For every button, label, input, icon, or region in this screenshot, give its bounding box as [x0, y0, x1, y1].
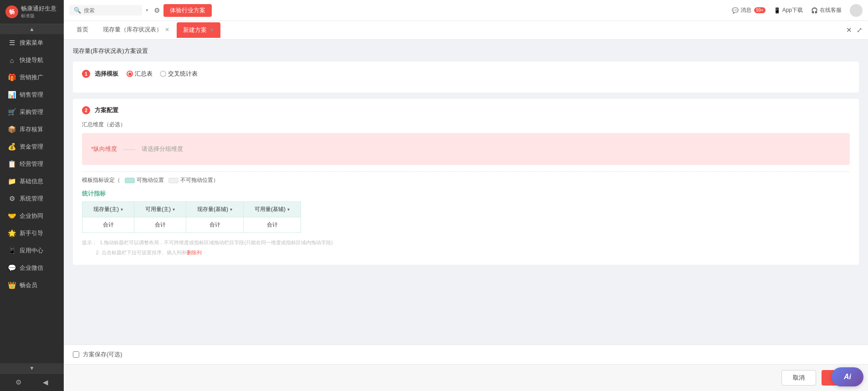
non-draggable-box — [168, 178, 179, 183]
divider — [82, 171, 850, 172]
toggle-sidebar-icon[interactable]: ◀ — [43, 378, 48, 386]
save-label: 方案保存(可选) — [83, 350, 123, 359]
sidebar-item-label: 采购管理 — [20, 108, 43, 116]
chevron-down-icon[interactable]: ▾ — [146, 7, 148, 13]
radio-cross[interactable]: 交叉统计表 — [160, 70, 198, 78]
inventory-icon: 📦 — [8, 125, 16, 134]
sidebar-item-wechat[interactable]: 💬 企业微信 — [0, 259, 64, 277]
sidebar-item-label: 营销推广 — [20, 73, 43, 82]
ai-label: Ai — [844, 373, 851, 381]
col-aux-stock-header[interactable]: 现存量(基辅) ▾ — [186, 202, 244, 217]
cell-main-stock-total: 合计 — [82, 217, 134, 233]
message-icon: 💬 — [732, 7, 739, 14]
message-btn[interactable]: 💬 消息 99+ — [732, 6, 766, 14]
content-wrapper: 现存量(库存状况表)方案设置 1 选择模板 汇总表 交叉统计表 — [64, 40, 868, 391]
step1-row: 1 选择模板 汇总表 交叉统计表 — [82, 70, 850, 78]
content: 现存量(库存状况表)方案设置 1 选择模板 汇总表 交叉统计表 — [64, 40, 868, 345]
dimension-select-area[interactable]: *纵向维度 —— 请选择分组维度 — [82, 133, 850, 165]
col-aux-avail-chevron[interactable]: ▾ — [287, 207, 290, 212]
expand-icon[interactable]: ⤢ — [857, 26, 863, 34]
tab-home[interactable]: 首页 — [69, 21, 96, 39]
sidebar-item-marketing[interactable]: 🎁 营销推广 — [0, 69, 64, 86]
operations-icon: 📋 — [8, 160, 16, 168]
sales-icon: 📊 — [8, 91, 16, 99]
sidebar-item-label: 资金管理 — [20, 143, 43, 151]
step1-label: 选择模板 — [95, 70, 118, 78]
member-icon: 👑 — [8, 281, 16, 289]
tab-new-scheme[interactable]: 新建方案 ✕ — [177, 22, 220, 38]
sidebar-item-label: 快捷导航 — [20, 56, 43, 64]
avatar[interactable] — [850, 4, 863, 17]
cell-aux-stock-total: 合计 — [186, 217, 244, 233]
sidebar-item-basic-info[interactable]: 📁 基础信息 — [0, 173, 64, 190]
sidebar-item-system[interactable]: ⚙ 系统管理 — [0, 190, 64, 207]
summary-dim-label: 汇总维度（必选） — [82, 121, 850, 129]
dim-separator: —— — [123, 146, 135, 153]
col-main-stock-header[interactable]: 现存量(主) ▾ — [82, 202, 134, 217]
tab-inventory-label: 现存量（库存状况表） — [103, 26, 162, 34]
sidebar-item-label: 库存核算 — [20, 125, 43, 134]
tabs-right-icons: ✕ ⤢ — [846, 26, 863, 34]
sidebar-scroll-down[interactable]: ▼ — [0, 363, 64, 373]
cancel-button[interactable]: 取消 — [781, 370, 816, 386]
sidebar-item-purchase[interactable]: 🛒 采购管理 — [0, 103, 64, 121]
col-main-avail-header[interactable]: 可用量(主) ▾ — [134, 202, 186, 217]
headset-icon: 🎧 — [811, 7, 818, 14]
customer-service-btn[interactable]: 🎧 在线客服 — [811, 6, 842, 14]
cell-main-avail-total: 合计 — [134, 217, 186, 233]
search-icon: 🔍 — [74, 7, 81, 14]
tab-new-scheme-label: 新建方案 — [183, 26, 207, 34]
sidebar: 畅 畅康通好生意 标准版 ▲ ☰ 搜索菜单 ⌂ 快捷导航 🎁 营销推广 📊 销售… — [0, 0, 64, 391]
download-icon: 📱 — [774, 7, 781, 14]
sidebar-item-app-center[interactable]: 📱 应用中心 — [0, 242, 64, 259]
sidebar-item-enterprise[interactable]: 🤝 企业协同 — [0, 207, 64, 225]
table-row: 合计 合计 合计 合计 — [82, 217, 301, 233]
basic-info-icon: 📁 — [8, 177, 16, 185]
sidebar-item-operations[interactable]: 📋 经营管理 — [0, 155, 64, 173]
marketing-icon: 🎁 — [8, 73, 16, 82]
sidebar-logo-icon: 畅 — [5, 5, 18, 18]
ai-bubble[interactable]: Ai — [832, 367, 863, 386]
bottom-bar: 取消 查询 — [64, 364, 868, 391]
gear-icon[interactable]: ⚙ — [154, 6, 160, 15]
tab-new-scheme-close-icon[interactable]: ✕ — [209, 27, 214, 33]
sidebar-item-finance[interactable]: 💰 资金管理 — [0, 138, 64, 155]
app-download-btn[interactable]: 📱 App下载 — [774, 6, 803, 14]
sidebar-logo: 畅 畅康通好生意 标准版 — [0, 0, 64, 24]
trial-btn[interactable]: 体验行业方案 — [163, 4, 212, 17]
tab-inventory-status[interactable]: 现存量（库存状况表） ✕ — [96, 21, 177, 39]
sidebar-item-quick-nav[interactable]: ⌂ 快捷导航 — [0, 51, 64, 69]
app-center-icon: 📱 — [8, 247, 16, 255]
stats-section-label: 统计指标 — [82, 190, 850, 198]
sidebar-item-member[interactable]: 👑 畅会员 — [0, 277, 64, 294]
sidebar-item-label: 系统管理 — [20, 195, 43, 203]
settings-icon[interactable]: ⚙ — [15, 378, 21, 386]
tab-inventory-close-icon[interactable]: ✕ — [165, 26, 169, 33]
topbar: 🔍 ▾ ⚙ 体验行业方案 💬 消息 99+ 📱 App下载 🎧 在线客服 — [64, 0, 868, 21]
save-checkbox[interactable] — [73, 351, 79, 358]
sidebar-item-search-menu[interactable]: ☰ 搜索菜单 — [0, 34, 64, 51]
radio-cross-dot — [160, 71, 166, 77]
col-main-avail-chevron[interactable]: ▾ — [173, 207, 175, 212]
purchase-icon: 🛒 — [8, 108, 16, 116]
sidebar-item-newcomer[interactable]: 🌟 新手引导 — [0, 225, 64, 242]
template-indicator-row: 模板指标设定（ 可拖动位置 不可拖动位置） — [82, 176, 850, 184]
template-row-label: 模板指标设定（ — [82, 176, 120, 184]
sidebar-scroll-up[interactable]: ▲ — [0, 24, 64, 34]
newcomer-icon: 🌟 — [8, 229, 16, 237]
sidebar-item-inventory[interactable]: 📦 库存核算 — [0, 121, 64, 138]
sidebar-item-label: 应用中心 — [20, 247, 43, 255]
radio-summary[interactable]: 汇总表 — [127, 70, 153, 78]
sidebar-item-sales[interactable]: 📊 销售管理 — [0, 86, 64, 103]
close-panel-icon[interactable]: ✕ — [846, 26, 852, 34]
legend-draggable: 可拖动位置 — [125, 176, 164, 184]
col-main-stock-chevron[interactable]: ▾ — [121, 207, 123, 212]
hint1: 提示： 1.拖动标题栏可以调整布局，不可跨维度或指标区域拖动栏目字段(只能在同一… — [82, 237, 850, 247]
col-aux-avail-header[interactable]: 可用量(基辅) ▾ — [244, 202, 301, 217]
col-aux-stock-chevron[interactable]: ▾ — [230, 207, 232, 212]
step1-section: 1 选择模板 汇总表 交叉统计表 — [73, 62, 859, 93]
message-badge: 99+ — [754, 7, 766, 13]
search-input[interactable] — [84, 7, 134, 14]
finance-icon: 💰 — [8, 143, 16, 151]
topbar-search-box[interactable]: 🔍 — [69, 5, 142, 15]
